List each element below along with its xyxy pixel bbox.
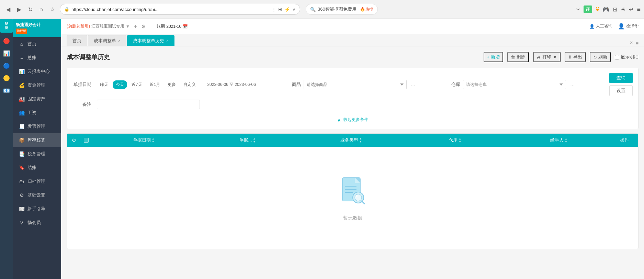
collapse-button[interactable]: ∧ 收起更多条件 <box>337 115 368 124</box>
date-btn-custom[interactable]: 自定义 <box>180 80 199 89</box>
print-label: 打印 <box>542 54 551 60</box>
iconbar-item-5[interactable]: 📧 <box>1 85 12 96</box>
game-tool[interactable]: 🎮 <box>602 6 609 13</box>
iconbar-item-1[interactable]: 🔴 <box>1 35 12 46</box>
sidebar-item-archive[interactable]: 🗃 归档管理 <box>13 175 61 188</box>
sidebar-item-settings[interactable]: ⚙ 基础设置 <box>13 188 61 202</box>
tab-cost-adjust-history[interactable]: 成本调整单历史 × <box>127 35 174 46</box>
sidebar-item-capital[interactable]: 💰 资金管理 <box>13 78 61 92</box>
tab-cost-adjust-close[interactable]: × <box>118 38 121 43</box>
bookmark-button[interactable]: ☆ <box>47 4 57 14</box>
company-settings-icon[interactable]: ⚙ <box>141 24 146 29</box>
tab-cost-adjust-history-label: 成本调整单历史 <box>133 38 164 44</box>
customer-service-button[interactable]: 👤 人工咨询 <box>589 23 612 29</box>
sidebar-item-fixed-assets[interactable]: 🏭 固定资产 <box>13 92 61 106</box>
add-company-icon[interactable]: + <box>134 23 137 30</box>
sidebar-menu: ⌂ 首页 ≡ 总账 📊 云报表中心 💰 资金管理 🏭 固定资产 👥 工资 <box>13 37 61 279</box>
date-btn-more[interactable]: 更多 <box>165 80 179 89</box>
sidebar-item-report[interactable]: 📊 云报表中心 <box>13 65 61 78</box>
sort-desc-icon-3: ▼ <box>359 141 362 143</box>
company-dropdown-icon[interactable]: ▼ <box>126 24 130 29</box>
sidebar-item-payroll[interactable]: 👥 工资 <box>13 106 61 120</box>
refresh-label: 刷新 <box>598 54 607 60</box>
sidebar-item-member[interactable]: V 畅会员 <box>13 216 61 230</box>
show-detail-toggle[interactable]: 显示明细 <box>615 54 639 60</box>
tab-cost-adjust[interactable]: 成本调整单 × <box>88 35 126 46</box>
date-btn-today[interactable]: 今天 <box>113 80 127 89</box>
select-all-checkbox[interactable] <box>84 138 89 143</box>
th-handler-label: 经手人 <box>550 137 564 143</box>
sidebar-item-inventory[interactable]: 📦 库存核算 <box>13 133 61 147</box>
user-profile-button[interactable]: 👤 徐泽华 <box>618 23 639 30</box>
th-number-sort[interactable]: ▲ ▼ <box>253 137 256 143</box>
query-button[interactable]: 查询 <box>609 73 633 83</box>
table-select-all[interactable] <box>81 138 92 143</box>
filter-collapse-row: ∧ 收起更多条件 <box>72 113 633 124</box>
cut-tool[interactable]: ✂ <box>576 7 580 12</box>
left-icon-bar: 畅捷 🔴 📊 🔵 🟡 📧 <box>0 19 13 279</box>
home-button[interactable]: ⌂ <box>36 4 46 14</box>
th-handler[interactable]: 经手人 ▲ ▼ <box>507 137 611 143</box>
sidebar-item-guide[interactable]: 📰 新手引导 <box>13 202 61 216</box>
print-button[interactable]: 🖨 打印 ▼ <box>533 52 561 62</box>
tab-bar: 首页 成本调整单 × 成本调整单历史 × × ≡ <box>61 34 644 46</box>
sidebar-item-settlement[interactable]: 🔖 结账 <box>13 161 61 175</box>
export-button[interactable]: ⬇ 导出 <box>565 52 586 62</box>
date-btn-1month[interactable]: 近1月 <box>147 80 163 89</box>
th-date-sort[interactable]: ▲ ▼ <box>152 137 155 143</box>
grid-tool[interactable]: ⊞ <box>613 6 617 13</box>
ssl-lock-icon: 🔒 <box>64 7 69 12</box>
forward-button[interactable]: ▶ <box>14 4 24 14</box>
tab-cost-adjust-history-close[interactable]: × <box>166 38 169 43</box>
sidebar-item-invoice[interactable]: 🧾 发票管理 <box>13 120 61 133</box>
address-bar[interactable]: 🔒 https://cloud.chanjet.com/accounting/u… <box>60 4 300 15</box>
calendar-icon[interactable]: 📅 <box>183 24 188 29</box>
back-button[interactable]: ◀ <box>3 4 13 14</box>
show-detail-checkbox[interactable] <box>615 55 619 59</box>
refresh-button-page[interactable]: ↻ 刷新 <box>590 52 611 62</box>
tab-home[interactable]: 首页 <box>67 35 87 46</box>
close-all-tabs-icon[interactable]: × <box>627 40 635 46</box>
browser-tools-icon[interactable]: ⊞ <box>278 7 282 12</box>
th-warehouse[interactable]: 仓库 ▲ ▼ <box>403 137 507 143</box>
th-handler-sort[interactable]: ▲ ▼ <box>565 137 567 143</box>
th-number[interactable]: 单据... ▲ ▼ <box>195 137 299 143</box>
iconbar-item-2[interactable]: 📊 <box>1 48 12 59</box>
sidebar-item-label-capital: 资金管理 <box>27 82 45 88</box>
wallet-tool[interactable]: ¥ <box>596 6 599 13</box>
capital-icon: 💰 <box>19 82 25 88</box>
sidebar-item-ledger[interactable]: ≡ 总账 <box>13 51 61 65</box>
menu-tool[interactable]: ≡ <box>637 6 641 13</box>
warehouse-filter-input[interactable] <box>463 80 566 89</box>
date-btn-7days[interactable]: 近7天 <box>128 80 145 89</box>
sidebar-item-tax[interactable]: 📑 税务管理 <box>13 147 61 161</box>
add-button[interactable]: + 新增 <box>484 52 504 62</box>
iconbar-item-4[interactable]: 🟡 <box>1 72 12 83</box>
theme-tool[interactable]: ☀ <box>621 6 625 13</box>
goods-filter-input[interactable] <box>304 80 407 89</box>
settings-button[interactable]: 设置 <box>609 85 633 96</box>
translate-tool[interactable]: 译 <box>584 5 592 13</box>
date-btn-yesterday[interactable]: 昨天 <box>97 80 111 89</box>
lightning-icon[interactable]: ⚡ <box>284 7 290 12</box>
company-selector[interactable]: (勿删勿禁用) 江西服宝测试专用 ▼ <box>67 23 130 29</box>
browser-search-text[interactable]: 360智能抠图免费用 <box>318 6 357 12</box>
refresh-button[interactable]: ↻ <box>25 4 35 14</box>
note-filter-input[interactable] <box>97 100 200 109</box>
th-warehouse-sort[interactable]: ▲ ▼ <box>459 137 461 143</box>
address-bar-dropdown[interactable]: ⋮ <box>272 7 276 12</box>
sidebar-item-home[interactable]: ⌂ 首页 <box>13 37 61 51</box>
show-detail-label: 显示明细 <box>621 54 639 60</box>
warehouse-more-icon[interactable]: ... <box>570 81 575 88</box>
hot-search-badge[interactable]: 🔥热搜 <box>360 7 373 12</box>
th-type[interactable]: 业务类型 ▲ ▼ <box>299 137 403 143</box>
th-type-sort[interactable]: ▲ ▼ <box>359 137 362 143</box>
goods-more-icon[interactable]: ... <box>411 81 415 88</box>
period-selector[interactable]: 账期 2021-10 📅 <box>157 23 188 29</box>
undo-tool[interactable]: ↩ <box>629 6 633 13</box>
th-date[interactable]: 单据日期 ▲ ▼ <box>92 137 195 143</box>
delete-button[interactable]: 🗑 删除 <box>507 52 529 62</box>
iconbar-item-3[interactable]: 🔵 <box>1 60 12 71</box>
table-settings-icon[interactable]: ⚙ <box>67 137 81 143</box>
expand-icon[interactable]: ∨ <box>292 7 296 12</box>
